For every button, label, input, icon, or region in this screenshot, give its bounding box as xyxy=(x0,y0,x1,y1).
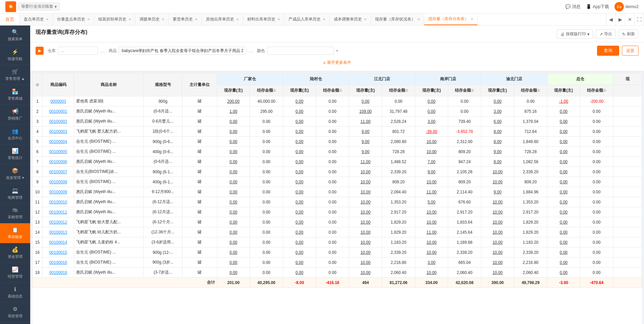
cell-factory-qty[interactable]: 0.00 xyxy=(217,147,250,157)
color-input[interactable] xyxy=(267,47,334,55)
cell-lucun-qty[interactable]: 0.00 xyxy=(283,127,316,137)
close-tab-yaohuo[interactable]: ✕ xyxy=(195,17,198,21)
industry-selector[interactable]: 母婴行业演示陈套 ▾ xyxy=(18,3,60,10)
query-btn[interactable]: 查询 xyxy=(597,46,619,56)
refresh-btn[interactable]: ↻ 刷新 xyxy=(619,30,639,39)
cell-total-qty[interactable]: 0.00 xyxy=(547,247,580,258)
sidebar-item-collab[interactable]: 🤝 企业协同 xyxy=(0,322,30,324)
cell-lucun-qty[interactable]: 0.00 xyxy=(283,258,316,268)
filter-toggle-btn[interactable]: ▶ xyxy=(36,47,44,55)
cell-total-qty[interactable]: 0.00 xyxy=(547,258,580,268)
cell-factory-qty[interactable]: 1.00 xyxy=(217,106,250,117)
cell-nanan-qty[interactable]: 9.00 xyxy=(415,167,448,177)
cell-jiangbei-qty[interactable]: 10.00 xyxy=(349,187,382,197)
tab-zuzhuang[interactable]: 组装折卸单历史 ✕ xyxy=(94,13,136,25)
cell-jiangbei-qty[interactable]: 10.00 xyxy=(349,207,382,217)
close-tab-diaobolan[interactable]: ✕ xyxy=(162,17,164,21)
cell-total-qty[interactable]: 0.00 xyxy=(547,227,580,237)
cell-lucun-qty[interactable]: 0.00 xyxy=(283,217,316,227)
cell-code[interactable]: 00100015 xyxy=(43,247,74,258)
goods-more-icon[interactable]: … xyxy=(248,48,253,53)
cell-yubei-qty[interactable]: 3.00 xyxy=(481,106,514,117)
cell-code[interactable]: 00100001 xyxy=(43,106,74,117)
cell-nanan-qty[interactable]: 10.00 xyxy=(415,247,448,258)
cell-factory-qty[interactable]: 0.00 xyxy=(217,117,250,127)
cell-nanan-qty[interactable]: 10.00 xyxy=(415,177,448,187)
cell-lucun-qty[interactable]: 0.00 xyxy=(283,167,316,177)
cell-nanan-qty[interactable]: 10.00 xyxy=(415,217,448,227)
tab-next-btn[interactable]: ▶ xyxy=(616,13,625,26)
cell-total-qty[interactable]: 0.00 xyxy=(547,187,580,197)
cell-lucun-qty[interactable]: 0.00 xyxy=(283,147,316,157)
sidebar-item-retail-stats[interactable]: 📊 零售统计 xyxy=(0,144,30,164)
cell-yubei-qty[interactable]: 10.00 xyxy=(481,217,514,227)
cell-total-qty[interactable]: 0.00 xyxy=(547,197,580,207)
cell-factory-qty[interactable]: 0.00 xyxy=(217,258,250,268)
cell-jiangbei-qty[interactable]: 10.00 xyxy=(349,197,382,207)
cell-total-qty[interactable]: 0.00 xyxy=(547,117,580,127)
cell-yubei-qty[interactable]: 10.00 xyxy=(481,237,514,247)
cell-nanan-qty[interactable]: 10.00 xyxy=(415,137,448,147)
tab-yaohuo[interactable]: 要货单历史 ✕ xyxy=(169,13,202,25)
sidebar-item-purchase[interactable]: 🛍 采购管理 xyxy=(0,204,30,223)
cell-code[interactable]: 00100006 xyxy=(43,157,74,167)
cell-yubei-qty[interactable]: 10.00 xyxy=(481,197,514,207)
sidebar-item-marketing[interactable]: 📢 营销推广 xyxy=(0,105,30,125)
cell-yubei-qty[interactable]: 10.00 xyxy=(481,177,514,187)
cell-nanan-qty[interactable]: 0.00 xyxy=(415,106,448,117)
cell-factory-qty[interactable]: 0.00 xyxy=(217,177,250,187)
tab-pandiandan[interactable]: 盘点单历史 ✕ xyxy=(20,13,53,25)
tab-kucunfenbu[interactable]: 现存量（库存分布表） ✕ xyxy=(424,13,478,25)
cell-factory-qty[interactable]: 0.00 xyxy=(217,197,250,207)
tab-kucunzhuangkuang[interactable]: 现存量（库存状况表） ✕ xyxy=(371,13,424,25)
cell-jiangbei-qty[interactable]: 11.00 xyxy=(349,157,382,167)
cell-jiangbei-qty[interactable]: 109.00 xyxy=(349,106,382,117)
cell-yubei-qty[interactable]: 10.00 xyxy=(481,258,514,268)
cell-nanan-qty[interactable]: 10.00 xyxy=(415,147,448,157)
export-btn[interactable]: ↗ 导出 xyxy=(596,30,616,39)
cell-nanan-qty[interactable]: 11.00 xyxy=(415,187,448,197)
close-tab-kucunzhuangkuang[interactable]: ✕ xyxy=(417,17,420,21)
cell-factory-qty[interactable]: 0.00 xyxy=(217,137,250,147)
sidebar-item-ecommerce[interactable]: 💻 电商管理 xyxy=(0,184,30,204)
sidebar-item-biz-mgmt[interactable]: 📈 经营管理 xyxy=(0,263,30,283)
cell-factory-qty[interactable]: 200.00 xyxy=(217,96,250,106)
cell-code[interactable]: 00100013 xyxy=(43,227,74,237)
cell-total-qty[interactable]: 0.00 xyxy=(547,268,580,278)
cell-jiangbei-qty[interactable]: 10.00 xyxy=(349,177,382,187)
goods-input[interactable] xyxy=(119,47,246,55)
cell-total-qty[interactable]: 0.00 xyxy=(547,137,580,147)
cell-code[interactable]: 00100018 xyxy=(43,268,74,278)
setting-btn[interactable]: 设置 xyxy=(622,46,639,56)
cell-yubei-qty[interactable]: 10.00 xyxy=(481,167,514,177)
close-tab-zuzhuang[interactable]: ✕ xyxy=(128,17,131,21)
cell-lucun-qty[interactable]: 0.00 xyxy=(283,96,316,106)
cell-yubei-qty[interactable]: 8.00 xyxy=(481,127,514,137)
print-btn[interactable]: 🖨 按模版打印 ▾ xyxy=(557,30,593,39)
cell-code[interactable]: 00100004 xyxy=(43,137,74,147)
cell-nanan-qty[interactable]: 7.00 xyxy=(415,157,448,167)
close-tab-kucunfenbu[interactable]: ✕ xyxy=(471,17,473,21)
tab-diaobolan[interactable]: 调拨单历史 ✕ xyxy=(136,13,169,25)
cell-code[interactable]: 00100016 xyxy=(43,258,74,268)
tab-close-btn[interactable]: ✕ xyxy=(625,13,635,26)
info-icon-5[interactable]: ① xyxy=(537,89,540,92)
sidebar-item-retail-mgmt[interactable]: 🛒 零售管理 ▲ xyxy=(0,65,30,85)
table-container[interactable]: ⚙ 商品编码 商品名称 规格型号 主计量单位 厂家仓 陆村仓 江北门店 南岸门店… xyxy=(32,73,642,324)
th-settings[interactable]: ⚙ xyxy=(33,74,43,96)
cell-factory-qty[interactable]: 0.00 xyxy=(217,167,250,177)
cell-lucun-qty[interactable]: 0.00 xyxy=(283,177,316,187)
cell-yubei-qty[interactable]: 9.00 xyxy=(481,187,514,197)
cell-lucun-qty[interactable]: 0.00 xyxy=(283,247,316,258)
cell-code[interactable]: 00100002 xyxy=(43,117,74,127)
cell-factory-qty[interactable]: 0.00 xyxy=(217,187,250,197)
cell-code[interactable]: 00100012 xyxy=(43,217,74,227)
tab-chengbentiaozhengs[interactable]: 成本调整单历史 ✕ xyxy=(330,13,371,25)
cell-lucun-qty[interactable]: 0.00 xyxy=(283,268,316,278)
info-icon-4[interactable]: ① xyxy=(471,89,474,92)
cell-nanan-qty[interactable]: 10.00 xyxy=(415,268,448,278)
cell-jiangbei-qty[interactable]: 10.00 xyxy=(349,167,382,177)
close-tab-cailiaochuku[interactable]: ✕ xyxy=(277,17,280,21)
close-tab-chanchenpin[interactable]: ✕ xyxy=(323,17,325,21)
info-icon-1[interactable]: ① xyxy=(273,89,276,92)
